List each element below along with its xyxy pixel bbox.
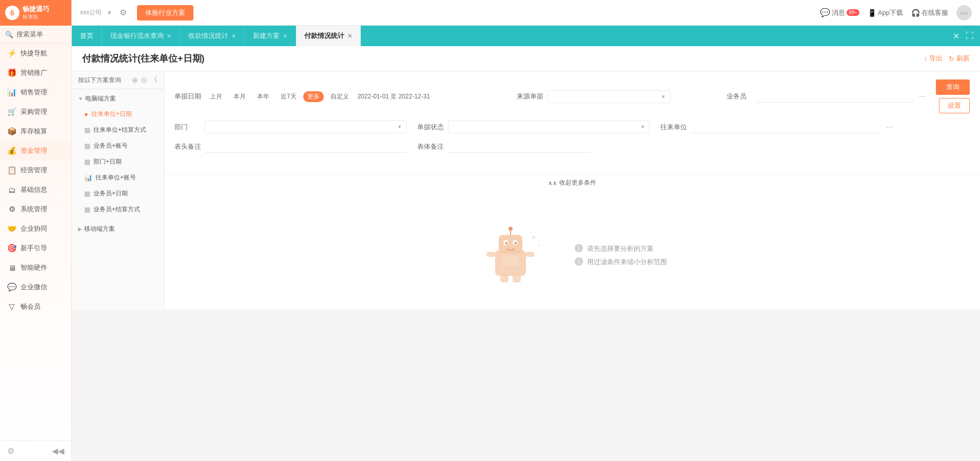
tab-close-new-plan[interactable]: ✕ xyxy=(283,33,287,39)
query-btn[interactable]: 查询 xyxy=(936,79,970,95)
svg-rect-11 xyxy=(513,274,521,283)
refresh-btn[interactable]: ↻ 刷新 xyxy=(949,54,970,63)
tab-close-cash-flow[interactable]: ✕ xyxy=(167,33,171,39)
tab-close-payments[interactable]: ✕ xyxy=(347,33,352,39)
date-btn-7days[interactable]: 近7天 xyxy=(276,91,301,103)
partner-dots-icon[interactable]: ··· xyxy=(886,123,893,132)
source-select-arrow: ▾ xyxy=(662,93,665,100)
collapse-sidebar-icon[interactable]: ◀◀ xyxy=(52,446,64,456)
sidebar-item-enterprise[interactable]: 🤝 企业协同 xyxy=(0,219,71,238)
docstatus-select[interactable]: ▾ xyxy=(448,121,650,133)
scheme-item-staff-date[interactable]: ▦ 业务员+日期 xyxy=(72,186,164,202)
staff-input[interactable] xyxy=(756,90,913,103)
date-btn-this-year[interactable]: 本年 xyxy=(252,91,274,103)
partner-input[interactable] xyxy=(691,121,880,133)
date-btn-this-month[interactable]: 本月 xyxy=(229,91,250,103)
collapse-scheme-icon[interactable]: 《 xyxy=(150,75,158,85)
tab-close-receivables[interactable]: ✕ xyxy=(231,33,236,39)
page-header: 付款情况统计(往来单位+日期) ↑ 导出 ↻ 刷新 xyxy=(72,46,980,71)
sidebar-logo: 6 畅捷通巧 标准版 xyxy=(0,0,71,26)
sidebar-item-system[interactable]: ⚙ 系统管理 xyxy=(0,199,71,219)
user-avatar[interactable]: xxx xyxy=(956,5,972,21)
scheme-item-dept-date[interactable]: ▦ 部门+日期 xyxy=(72,154,164,170)
filter-area: 单据日期 上月 本月 本年 近7天 更多 自定义 2022-01-01 至 20… xyxy=(164,71,980,174)
filter-row-2: 部门 ▾ 单据状态 ▾ xyxy=(174,121,970,133)
source-label: 来源单据 xyxy=(517,92,543,101)
collapse-filter-bar[interactable]: ∧∧ 收起更多条件 xyxy=(164,174,980,191)
add-scheme-icon[interactable]: ⊕ xyxy=(132,76,138,84)
header-note-label: 表头备注 xyxy=(174,142,201,151)
export-btn[interactable]: ↑ 导出 xyxy=(924,54,943,63)
search-icon: 🔍 xyxy=(5,31,13,38)
tab-payments[interactable]: 付款情况统计 ✕ xyxy=(296,26,361,46)
search-menu[interactable]: 🔍 搜索菜单 xyxy=(0,26,71,44)
sidebar-item-guide[interactable]: 🎯 新手引导 xyxy=(0,238,71,258)
dropdown-arrow-icon[interactable]: ▾ xyxy=(108,9,111,16)
docstatus-select-arrow: ▾ xyxy=(641,124,644,130)
date-btn-last-month[interactable]: 上月 xyxy=(205,91,227,103)
scheme-item-staff-settlement[interactable]: ▦ 业务员+结算方式 xyxy=(72,202,164,217)
scheme-settings-icon[interactable]: ⊙ xyxy=(141,76,147,84)
filter-row-1: 单据日期 上月 本月 本年 近7天 更多 自定义 2022-01-01 至 20… xyxy=(174,79,970,113)
scheme-item-icon-sd: ▦ xyxy=(84,190,90,197)
scheme-pc-title[interactable]: ▼ 电脑端方案 xyxy=(72,91,164,106)
enterprise-icon: 🤝 xyxy=(7,224,16,233)
tab-close-window-icon[interactable]: ✕ xyxy=(953,31,959,41)
scheme-item-partner-date[interactable]: ● 往来单位+日期 xyxy=(72,106,164,122)
empty-hints: 1 请先选择要分析的方案 2 用过滤条件来缩小分析范围 xyxy=(575,244,667,267)
topbar: xxx公司 ▾ ⚙ 体验行业方案 💬 消息 99+ 📱 App下载 🎧 在线客服… xyxy=(72,0,980,26)
date-btn-more[interactable]: 更多 xyxy=(303,91,324,102)
date-range-text: 2022-01-01 至 2022-12-31 xyxy=(358,92,430,101)
source-select[interactable]: ▾ xyxy=(547,90,671,103)
sidebar-item-vip[interactable]: ▽ 畅会员 xyxy=(0,297,71,316)
sidebar-item-operations[interactable]: 📋 经营管理 xyxy=(0,161,71,180)
scheme-mobile-section: ▶ 移动端方案 xyxy=(72,219,164,238)
sidebar-item-inventory[interactable]: 📦 库存核算 xyxy=(0,122,71,141)
svg-point-13 xyxy=(532,236,535,239)
sidebar-item-purchase[interactable]: 🛒 采购管理 xyxy=(0,102,71,122)
svg-point-7 xyxy=(508,227,513,231)
tab-new-plan[interactable]: 新建方案 ✕ xyxy=(245,26,296,46)
mobile-section-arrow: ▶ xyxy=(78,226,82,232)
sidebar-item-marketing[interactable]: 🎁 营销推广 xyxy=(0,63,71,83)
body-note-input[interactable] xyxy=(448,141,592,153)
hint-row-1: 1 请先选择要分析的方案 xyxy=(575,244,667,253)
msg-icon[interactable]: 💬 消息 99+ xyxy=(820,8,859,17)
settings-btn[interactable]: 设置 xyxy=(939,98,970,113)
sidebar-item-hardware[interactable]: 🖥 智能硬件 xyxy=(0,258,71,277)
scheme-item-partner-settlement[interactable]: ▦ 往来单位+结算方式 xyxy=(72,122,164,138)
dept-select[interactable]: ▾ xyxy=(204,121,407,133)
svg-point-15 xyxy=(530,231,532,233)
header-note-input[interactable] xyxy=(205,141,407,153)
tab-cash-flow[interactable]: 现金银行流水查询 ✕ xyxy=(102,26,180,46)
sidebar-item-basics[interactable]: 🗂 基础信息 xyxy=(0,180,71,199)
content-area: 按以下方案查询 ⊕ ⊙ 《 ▼ 电脑端方案 ● 往来单位+日期 xyxy=(72,71,980,309)
filter-right: 单据日期 上月 本月 本年 近7天 更多 自定义 2022-01-01 至 20… xyxy=(164,71,980,309)
filter-action-btns: 查询 设置 xyxy=(936,79,970,113)
scheme-mobile-title[interactable]: ▶ 移动端方案 xyxy=(72,222,164,236)
sidebar-item-capital[interactable]: 💰 资金管理 xyxy=(0,141,71,161)
sidebar-item-sales[interactable]: 📊 销售管理 xyxy=(0,83,71,102)
app-download-link[interactable]: 📱 App下载 xyxy=(868,8,903,17)
online-service-link[interactable]: 🎧 在线客服 xyxy=(911,8,948,17)
tab-receivables[interactable]: 收款情况统计 ✕ xyxy=(180,26,245,46)
system-icon: ⚙ xyxy=(7,205,16,214)
sidebar-item-quick-nav[interactable]: ⚡ 快捷导航 xyxy=(0,44,71,63)
sidebar-item-wechat[interactable]: 💬 企业微信 xyxy=(0,277,71,297)
trial-btn[interactable]: 体验行业方案 xyxy=(137,5,193,21)
tab-maximize-icon[interactable]: ⛶ xyxy=(966,31,974,41)
scheme-pc-section: ▼ 电脑端方案 ● 往来单位+日期 ▦ 往来单位+结算方式 ▦ 业务员+账号 xyxy=(72,89,164,219)
scheme-item-partner-account[interactable]: 📊 往来单位+账号 xyxy=(72,170,164,186)
date-btn-custom[interactable]: 自定义 xyxy=(326,91,354,103)
staff-dots-icon[interactable]: ··· xyxy=(919,92,926,101)
settings-icon[interactable]: ⚙ xyxy=(7,446,14,456)
scheme-item-icon-pa: 📊 xyxy=(84,174,92,182)
topbar-settings-icon[interactable]: ⚙ xyxy=(120,8,127,17)
logo-icon: 6 xyxy=(5,6,19,20)
sidebar: 6 畅捷通巧 标准版 🔍 搜索菜单 ⚡ 快捷导航 🎁 营销推广 📊 销售管理 🛒… xyxy=(0,0,72,461)
sidebar-nav: ⚡ 快捷导航 🎁 营销推广 📊 销售管理 🛒 采购管理 📦 库存核算 💰 资金管… xyxy=(0,44,71,440)
scheme-item-staff-account[interactable]: ▦ 业务员+账号 xyxy=(72,138,164,154)
body-note-label: 表体备注 xyxy=(417,142,444,151)
tab-home[interactable]: 首页 xyxy=(72,26,102,46)
svg-point-14 xyxy=(538,244,540,246)
